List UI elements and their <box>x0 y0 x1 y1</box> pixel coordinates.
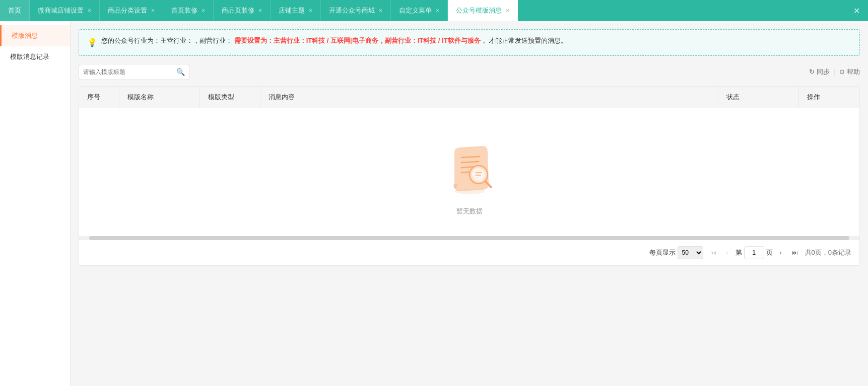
tab-4-label: 商品页装修 <box>222 6 254 15</box>
notice-icon: 💡 <box>87 36 97 49</box>
col-template-name: 模版名称 <box>119 87 200 108</box>
page-size-select: 每页显示 50 10 20 100 <box>649 246 703 259</box>
col-index: 序号 <box>79 87 119 108</box>
search-icon[interactable]: 🔍 <box>176 68 185 76</box>
divider: | <box>834 68 835 75</box>
tab-7-close[interactable]: × <box>436 7 439 14</box>
empty-illustration <box>439 138 500 199</box>
sidebar: 模版消息 模版消息记录 <box>0 21 71 386</box>
help-button[interactable]: ⊙ 帮助 <box>839 67 860 76</box>
tab-2[interactable]: 商品分类设置 × <box>100 0 163 21</box>
first-page-button[interactable]: ⏮ <box>707 247 719 259</box>
di-label: 第 <box>736 248 742 257</box>
tab-5[interactable]: 店铺主题 × <box>271 0 321 21</box>
next-page-button[interactable]: › <box>775 247 787 259</box>
tab-1[interactable]: 微商城店铺设置 × <box>30 0 100 21</box>
tab-3-close[interactable]: × <box>202 7 205 14</box>
empty-text: 暂无数据 <box>456 207 483 216</box>
help-label: 帮助 <box>847 67 860 76</box>
sidebar-item-template-message-record[interactable]: 模版消息记录 <box>0 46 70 67</box>
tab-7-label: 自定义菜单 <box>399 6 432 15</box>
tab-3-label: 首页装修 <box>171 6 197 15</box>
sync-icon: ↻ <box>809 68 815 75</box>
main-layout: 模版消息 模版消息记录 💡 您的公众号行业为：主营行业：，副营行业： 需要设置为… <box>0 21 868 386</box>
help-icon: ⊙ <box>839 68 845 75</box>
prev-page-button[interactable]: ‹ <box>721 247 733 259</box>
tab-8-close[interactable]: × <box>506 7 509 14</box>
empty-state: 暂无数据 <box>79 108 859 236</box>
content-area: 💡 您的公众号行业为：主营行业：，副营行业： 需要设置为：主营行业：IT科技 /… <box>71 21 868 386</box>
tab-1-close[interactable]: × <box>88 7 91 14</box>
search-input-wrapper: 🔍 <box>79 64 189 80</box>
col-message-content: 消息内容 <box>260 87 718 108</box>
col-operation: 操作 <box>799 87 859 108</box>
page-navigation: ⏮ ‹ 第 页 › ⏭ <box>707 246 801 259</box>
tab-3[interactable]: 首页装修 × <box>163 0 214 21</box>
tab-5-close[interactable]: × <box>309 7 312 14</box>
tab-8-label: 公众号模版消息 <box>456 6 502 15</box>
tab-home-label: 首页 <box>8 6 21 15</box>
page-size-label: 每页显示 <box>649 248 676 257</box>
tab-8[interactable]: 公众号模版消息 × <box>448 0 518 21</box>
sync-button[interactable]: ↻ 同步 <box>809 67 830 76</box>
horizontal-scrollbar[interactable] <box>79 236 859 240</box>
sidebar-item-template-message[interactable]: 模版消息 <box>0 25 70 46</box>
page-size-dropdown[interactable]: 50 10 20 100 <box>678 246 703 259</box>
table-header: 序号 模版名称 模版类型 消息内容 状态 操作 <box>79 87 859 108</box>
last-page-button[interactable]: ⏭ <box>789 247 801 259</box>
page-label: 页 <box>766 248 773 257</box>
tab-4-close[interactable]: × <box>258 7 262 14</box>
tab-2-close[interactable]: × <box>151 7 155 14</box>
search-bar: 🔍 ↻ 同步 | ⊙ 帮助 <box>79 64 860 80</box>
search-input[interactable] <box>83 68 176 75</box>
col-template-type: 模版类型 <box>200 87 260 108</box>
notice-text: 您的公众号行业为：主营行业：，副营行业： 需要设置为：主营行业：IT科技 / 互… <box>101 36 567 46</box>
tab-home[interactable]: 首页 <box>0 0 30 21</box>
tab-2-label: 商品分类设置 <box>108 6 147 15</box>
tab-6-close[interactable]: × <box>379 7 382 14</box>
tab-bar: 首页 微商城店铺设置 × 商品分类设置 × 首页装修 × 商品页装修 × 店铺主… <box>0 0 868 21</box>
tab-6-label: 开通公众号商城 <box>329 6 375 15</box>
tab-6[interactable]: 开通公众号商城 × <box>321 0 391 21</box>
search-actions: ↻ 同步 | ⊙ 帮助 <box>809 67 860 76</box>
page-number-input[interactable] <box>744 246 764 259</box>
tab-bar-close-button[interactable]: ✕ <box>845 0 868 21</box>
page-summary: 共0页，0条记录 <box>805 248 851 257</box>
tab-1-label: 微商城店铺设置 <box>38 6 84 15</box>
sync-label: 同步 <box>817 67 830 76</box>
notice-banner: 💡 您的公众号行业为：主营行业：，副营行业： 需要设置为：主营行业：IT科技 /… <box>79 29 860 56</box>
tab-5-label: 店铺主题 <box>279 6 305 15</box>
svg-point-6 <box>472 168 485 181</box>
pagination: 每页显示 50 10 20 100 ⏮ ‹ 第 页 › ⏭ <box>79 240 859 265</box>
col-status: 状态 <box>718 87 799 108</box>
tab-4[interactable]: 商品页装修 × <box>214 0 271 21</box>
table-container: 序号 模版名称 模版类型 消息内容 状态 操作 <box>79 86 860 266</box>
scroll-thumb[interactable] <box>89 236 849 240</box>
tab-7[interactable]: 自定义菜单 × <box>391 0 448 21</box>
